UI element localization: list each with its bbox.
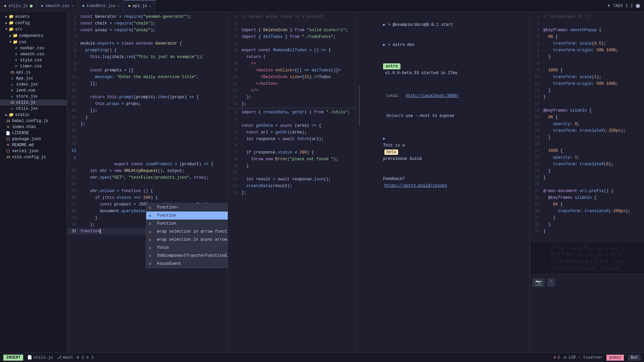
sidebar-item-label: smooth.css: [20, 52, 44, 57]
sidebar-item-store-jsx[interactable]: ⚛ store.jsx: [0, 94, 67, 100]
panel-smooth-css: 1 /* animations :D */ 2 3 @keyframes smo…: [530, 12, 644, 353]
code-content-css[interactable]: 1 /* animations :D */ 2 3 @keyframes smo…: [530, 12, 644, 353]
sidebar-item-label: vercel.json: [12, 149, 39, 154]
snippet-icon: ◇: [149, 238, 154, 242]
terminal-line: astro v1.0.0-beta.53 started in 27ms: [359, 56, 526, 83]
jsx-file-icon: ⚛: [9, 76, 15, 81]
autocomplete-item-Function-variable[interactable]: α Function Variable: [146, 220, 228, 228]
sidebar-item-assets[interactable]: ▶ 📁 assets: [0, 13, 67, 20]
tabs-label: TABS: [613, 4, 623, 8]
sidebar-item-src[interactable]: ▼ 📁 src: [0, 26, 67, 33]
sidebar-item-label: package.json: [12, 137, 41, 141]
sidebar-item-label: config: [15, 21, 30, 25]
sidebar-item-style-css[interactable]: # style.css: [0, 57, 67, 63]
code-line: 11 transform-origin: 50% 100%;: [530, 80, 644, 87]
code-line: 4 import { delTodos } from "./todoFuncs"…: [228, 34, 355, 40]
autocomplete-item-focus-event[interactable]: α FocusEvent Variable: [146, 260, 228, 268]
autocomplete-item-function-keyword[interactable]: ⊙ function Keyword: [146, 212, 228, 220]
code-line: 23 xhr.open("GET", "testFiles/products.j…: [67, 174, 228, 181]
sidebar-item-label: LICENSE: [12, 131, 29, 135]
code-line: 20: [530, 141, 644, 147]
sidebar-item-app-jsx[interactable]: ⚛ App.jsx: [0, 75, 67, 81]
sidebar-item-config[interactable]: ▶ 📁 config: [0, 20, 67, 26]
tab-smooth-css[interactable]: ● smooth.css ✕: [37, 0, 78, 12]
sidebar-item-components[interactable]: ▶ 📁 components: [0, 33, 67, 39]
code-line: 12: [67, 87, 228, 94]
code-line: 17 };: [67, 121, 228, 127]
code-line: 28 @keyframes slideIn {: [530, 194, 644, 201]
close-icon[interactable]: ✕: [149, 4, 151, 8]
code-line: 25 xhr.onload = function () {: [67, 188, 228, 194]
terminal-content[interactable]: ▶ > @example/docs@0.0.1 start ▶ > astro …: [356, 12, 530, 353]
sidebar-item-vercel-json[interactable]: {} vercel.json: [0, 148, 67, 154]
code-line: 19 }: [530, 134, 644, 141]
autocomplete-item-focus[interactable]: ⊙ focus Function: [146, 244, 228, 252]
sidebar-item-index-jsx[interactable]: ⚛ index.jsx: [0, 81, 67, 87]
code-line: 8: [530, 60, 644, 67]
terminal-text: > astro dev: [388, 43, 414, 47]
js-icon: ●: [128, 4, 130, 8]
code-line: 8 <>: [228, 60, 355, 67]
sidebar-item-navbar-css[interactable]: # navbar.css: [0, 45, 67, 51]
new-tab-button[interactable]: +: [607, 3, 610, 9]
sidebar-item-land-vue[interactable]: V land.vue: [0, 87, 67, 94]
tilde-icon[interactable]: ~: [547, 278, 555, 287]
autocomplete-item-svg-transfer[interactable]: α SVGComponentTransferFunctionElement Va…: [146, 252, 228, 260]
sidebar-item-timer-css[interactable]: # timer.css: [0, 63, 67, 69]
code-line: 7 this.log(chalk.red("This is just an ex…: [67, 54, 228, 60]
code-line: 26: [530, 181, 644, 188]
autocomplete-item-wrap-arrow[interactable]: ◇ wrap selection in arrow function~ ⟨⟩ S…: [146, 228, 228, 236]
close-icon[interactable]: ✕: [117, 4, 120, 8]
sidebar-item-package-json[interactable]: {} package.json: [0, 136, 67, 142]
sidebar-item-babel-config[interactable]: JS babel.config.js: [0, 118, 67, 124]
sidebar-item-label: css: [19, 40, 26, 45]
sidebar-item-label: README.md: [12, 143, 34, 147]
sidebar-item-smooth-css[interactable]: # smooth.css: [0, 51, 67, 57]
code-line: 3 const getData = async (area) => {: [228, 122, 355, 129]
folder-icon: 📁: [13, 40, 18, 45]
tab-api-js[interactable]: ● api.js ✕: [124, 0, 156, 12]
code-content-api[interactable]: 1 // Delets whole todos in a project 2 3…: [228, 12, 355, 353]
js-file-icon: JS: [5, 119, 11, 123]
css-icon: ●: [41, 4, 43, 8]
code-content-utils[interactable]: 1 const Generator = require("yeoman-gene…: [67, 12, 228, 353]
autocomplete-item-wrap-async[interactable]: ◇ wrap selection in async arrow function…: [146, 236, 228, 244]
status-pomoz: pomoz: [606, 355, 624, 361]
feedback-url[interactable]: https://astro.build/issues: [384, 183, 447, 188]
theme-toggle[interactable]: ⬤: [636, 3, 640, 8]
sidebar-item-index-html[interactable]: H index.html: [0, 124, 67, 130]
code-line: 22 opacity: 1;: [530, 154, 644, 161]
jsx-icon: ●: [82, 4, 85, 8]
terminal-panel: ▶ > @example/docs@0.0.1 start ▶ > astro …: [356, 12, 530, 353]
sidebar-item-utils-jsx[interactable]: ⚛ utils.jsx: [0, 106, 67, 112]
folder-icon: 📁: [13, 33, 18, 38]
sidebar-item-label: assets: [15, 14, 30, 19]
collapse-icon: ▶: [5, 21, 7, 25]
close-icon[interactable]: ✕: [71, 4, 74, 8]
status-bot: Bot: [628, 355, 641, 361]
sidebar-item-api-js[interactable]: JS api.js: [0, 69, 67, 75]
sidebar-item-static[interactable]: ▶ 📁 static: [0, 112, 67, 118]
sidebar-item-readme[interactable]: M README.md: [0, 142, 67, 148]
md-file-icon: M: [5, 143, 11, 147]
status-lsp: ⚙ LSP ~ tsserver: [564, 355, 602, 360]
sidebar-item-utils-js[interactable]: JS utils.js: [0, 100, 67, 106]
code-line: 10 message: "Enter the daily excercise t…: [67, 74, 228, 80]
tab-utils-js[interactable]: ● utils.js: [0, 0, 37, 12]
autocomplete-item-function-snippet[interactable]: ◇ function~ ⟨⟩ Snippet: [146, 203, 228, 212]
status-git: ⎇ main: [57, 355, 73, 360]
tab-todobtns-jsx[interactable]: ● todoBtns.jsx ✕: [78, 0, 124, 12]
code-line: 21 1 export const loadProduct = (product…: [67, 147, 228, 168]
code-line: 14 };: [228, 101, 355, 107]
code-line: 1 const Generator = require("yeoman-gene…: [67, 13, 228, 20]
sidebar-item-license[interactable]: 📄 LICENSE: [0, 130, 67, 136]
tab-label: smooth.css: [45, 4, 69, 8]
json-file-icon: {}: [5, 137, 11, 141]
camera-icon[interactable]: 📷: [533, 278, 545, 287]
code-line: 13 }: [530, 94, 644, 101]
sidebar-item-vite-config[interactable]: JS vite.config.js: [0, 154, 67, 160]
code-line: 8: [67, 60, 228, 67]
sidebar-item-css[interactable]: ▼ 📁 css: [0, 39, 67, 45]
code-line: 7 return (: [228, 54, 355, 60]
code-line: 9 <button onClick={() => delTodos()}>: [228, 67, 355, 74]
